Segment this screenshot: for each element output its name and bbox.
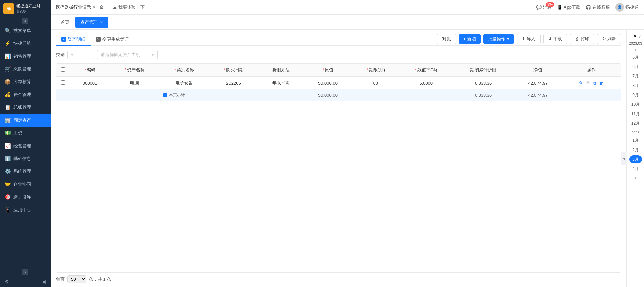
- sub-tab-change-voucher[interactable]: ✎ 变更生成凭证: [91, 34, 134, 46]
- sidebar-item-capital[interactable]: 💰 资金管理: [0, 88, 51, 101]
- sidebar-scroll-down[interactable]: ▼: [22, 269, 28, 275]
- online-service-btn[interactable]: 🎧 在线客服: [586, 4, 610, 10]
- new-btn[interactable]: + 新增: [459, 34, 481, 44]
- month-4[interactable]: 4月: [629, 165, 642, 173]
- download-btn[interactable]: ⬇ 下载: [543, 34, 567, 44]
- user-icon: 👤: [617, 5, 622, 9]
- col-net-value: 净值: [514, 64, 562, 77]
- message-icon: 💬: [536, 5, 542, 10]
- row-checkbox-cell: [56, 77, 70, 89]
- sidebar-scroll-up[interactable]: ▲: [22, 18, 28, 24]
- row-checkbox[interactable]: [61, 80, 65, 85]
- page-size-select[interactable]: 50 100 200: [67, 275, 86, 283]
- month-8[interactable]: 8月: [629, 82, 642, 90]
- category-select[interactable]: ▾: [67, 51, 94, 59]
- sidebar-item-system[interactable]: ⚙️ 系统管理: [0, 165, 51, 178]
- topbar-divider: [108, 4, 108, 11]
- sidebar-item-inventory[interactable]: 📦 库存核算: [0, 75, 51, 88]
- sidebar-item-payroll[interactable]: 💵 工资: [0, 127, 51, 139]
- month-3[interactable]: 3月: [629, 155, 642, 163]
- sidebar-item-ledger[interactable]: 📋 总账管理: [0, 101, 51, 114]
- month-7[interactable]: 7月: [629, 72, 642, 80]
- month-2[interactable]: 2月: [629, 146, 642, 154]
- quick-nav-icon: ⚡: [5, 40, 11, 46]
- app-center-icon: 📱: [5, 207, 11, 213]
- month-6[interactable]: 6月: [629, 63, 642, 71]
- sidebar-item-enterprise[interactable]: 🤝 企业协同: [0, 178, 51, 191]
- copy-icon[interactable]: ⧉: [593, 80, 596, 86]
- month-scroll-down[interactable]: ▼: [632, 175, 639, 181]
- content-body: ≡ 资产明细 ✎ 变更生成凭证 对账 + 新增 批量操作 ▾: [51, 30, 626, 287]
- category-input[interactable]: 请选择固定资产类别 ▾: [97, 50, 158, 59]
- sidebar-item-quick-nav[interactable]: ⚡ 快捷导航: [0, 37, 51, 50]
- ledger-icon: 📋: [5, 104, 11, 110]
- close-panel-icon[interactable]: ✕: [633, 34, 637, 39]
- messages-btn[interactable]: 💬 消息 99+: [536, 4, 552, 10]
- expand-panel-icon[interactable]: ⤢: [638, 34, 642, 39]
- month-9[interactable]: 9月: [629, 91, 642, 99]
- main-area: 医疗器械行业演示 ▾ ⚙ ☁ 我要体验一下 💬 消息 99+ 📱 App下载 🎧…: [51, 0, 644, 287]
- month-10[interactable]: 10月: [629, 100, 642, 108]
- sidebar-item-search[interactable]: 🔍 搜索菜单: [0, 24, 51, 37]
- user-area[interactable]: 👤 畅捷通: [615, 3, 639, 12]
- sidebar-item-operation[interactable]: 📈 经营管理: [0, 139, 51, 152]
- tab-asset-mgmt[interactable]: 资产管理 ✕: [75, 17, 108, 28]
- sidebar-item-guide[interactable]: 🎯 新手引导: [0, 191, 51, 203]
- operation-icon: 📈: [5, 143, 11, 149]
- app-download-btn[interactable]: 📱 App下载: [557, 4, 580, 10]
- sidebar: 畅 畅捷通好业财 普及版 ▲ 🔍 搜索菜单 ⚡ 快捷导航 📊 销售管理 🛒 采购…: [0, 0, 51, 287]
- tab-home[interactable]: 首页: [56, 17, 74, 28]
- messages-badge: 99+: [546, 2, 554, 7]
- col-actions: 操作: [562, 64, 621, 77]
- app-download-label: App下载: [564, 4, 580, 10]
- sidebar-item-sales[interactable]: 📊 销售管理: [0, 50, 51, 63]
- topbar-settings-icon[interactable]: ⚙: [99, 4, 104, 10]
- import-btn[interactable]: ⬆ 导入: [517, 34, 541, 44]
- sidebar-item-purchase[interactable]: 🛒 采购管理: [0, 63, 51, 75]
- sidebar-item-fixed-assets[interactable]: 🏢 固定资产: [0, 114, 51, 127]
- edit-icon[interactable]: ✎: [579, 80, 583, 86]
- month-5[interactable]: 5月: [629, 53, 642, 61]
- collapse-right-panel-btn[interactable]: ◀: [621, 152, 627, 165]
- logo-text: 畅捷通好业财 普及版: [16, 4, 40, 14]
- asset-table: *编码 *资产名称 *类别名称 *购买日期 折旧方法 *原值 *期限(月) *残…: [56, 64, 621, 101]
- page-size-label: 每页: [56, 276, 65, 282]
- import-icon: ⬆: [522, 36, 525, 41]
- purchase-icon: 🛒: [5, 66, 11, 72]
- tab-bar: 首页 资产管理 ✕: [51, 15, 644, 30]
- basic-info-icon: ℹ️: [5, 156, 11, 162]
- delete-icon[interactable]: 🗑: [599, 80, 604, 86]
- sidebar-item-basic-info[interactable]: ℹ️ 基础信息: [0, 152, 51, 165]
- month-11[interactable]: 11月: [629, 110, 642, 118]
- month-12[interactable]: 12月: [629, 119, 642, 127]
- month-scroll-up[interactable]: ▲: [632, 47, 639, 52]
- online-service-label: 在线客服: [592, 4, 610, 10]
- tab-asset-mgmt-label: 资产管理: [80, 19, 98, 25]
- sub-tab-asset-detail[interactable]: ≡ 资产明细: [56, 34, 91, 46]
- col-code: *编码: [70, 64, 110, 77]
- username-label: 畅捷通: [625, 4, 639, 10]
- sidebar-item-app-center[interactable]: 📱 应用中心: [0, 203, 51, 216]
- refresh-btn[interactable]: ↻ 刷新: [597, 34, 621, 44]
- row-residual-rate: 5.0000: [399, 77, 453, 89]
- subtotal-accumulated: 6,333.36: [453, 89, 514, 101]
- subtotal-icon: [163, 93, 167, 97]
- collapse-sidebar-icon[interactable]: ◀: [42, 279, 46, 284]
- sales-icon: 📊: [5, 53, 11, 59]
- select-all-checkbox[interactable]: [61, 67, 65, 72]
- company-selector[interactable]: 医疗器械行业演示 ▾: [56, 4, 95, 10]
- print-btn[interactable]: 🖨 打印: [570, 34, 594, 44]
- content-wrapper: 首页 资产管理 ✕ ≡ 资产明细 ✎ 变更生成凭证: [51, 15, 644, 287]
- reconcile-btn[interactable]: 对账: [437, 34, 456, 44]
- col-period: *期限(月): [352, 64, 399, 77]
- month-1[interactable]: 1月: [629, 136, 642, 145]
- subtotal-original-value: 50,000.00: [304, 89, 352, 101]
- row-net-value: 42,874.97: [514, 77, 562, 89]
- experience-btn[interactable]: ☁ 我要体验一下: [112, 4, 145, 10]
- col-original-value: *原值: [304, 64, 352, 77]
- col-depreciation-method: 折旧方法: [258, 64, 303, 77]
- tab-close-icon[interactable]: ✕: [100, 20, 103, 25]
- batch-ops-btn[interactable]: 批量操作 ▾: [483, 34, 514, 44]
- settings-icon[interactable]: ⚙: [5, 279, 9, 284]
- view-icon[interactable]: 👁: [586, 80, 590, 86]
